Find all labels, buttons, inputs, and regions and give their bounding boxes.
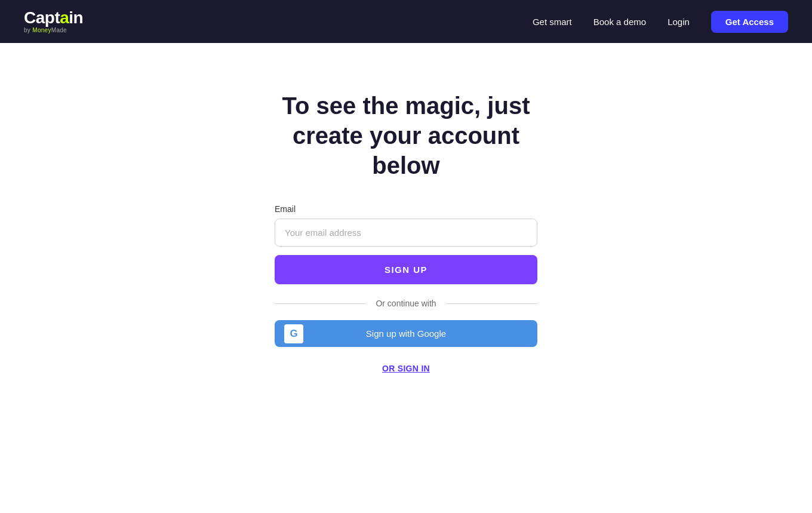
divider-line-right [446, 303, 537, 304]
signup-form: Email SIGN UP Or continue with G Sign up… [275, 204, 537, 373]
divider-line-left [275, 303, 366, 304]
divider: Or continue with [275, 299, 537, 308]
google-g-letter: G [290, 328, 297, 340]
or-signin-link[interactable]: OR SIGN IN [275, 364, 537, 373]
email-input[interactable] [275, 219, 537, 247]
email-label: Email [275, 204, 537, 214]
google-btn-label: Sign up with Google [366, 328, 446, 339]
logo-in: in [69, 8, 83, 27]
google-icon: G [284, 324, 303, 343]
logo-capt: Capt [24, 8, 60, 27]
nav-links: Get smart Book a demo Login Get Access [533, 11, 788, 33]
nav-book-demo[interactable]: Book a demo [593, 17, 646, 27]
divider-text: Or continue with [376, 299, 436, 308]
nav-get-smart[interactable]: Get smart [533, 17, 572, 27]
logo-text: Captain [24, 10, 83, 26]
nav-login[interactable]: Login [668, 17, 690, 27]
logo-subtitle: by MoneyMade [24, 27, 83, 33]
navbar: Captain by MoneyMade Get smart Book a de… [0, 0, 812, 43]
page-headline: To see the magic, just create your accou… [282, 91, 530, 180]
main-content: To see the magic, just create your accou… [0, 43, 812, 373]
get-access-button[interactable]: Get Access [711, 11, 788, 33]
logo: Captain by MoneyMade [24, 10, 83, 33]
google-signup-button[interactable]: G Sign up with Google [275, 320, 537, 347]
logo-a: a [60, 8, 69, 27]
signup-button[interactable]: SIGN UP [275, 255, 537, 284]
